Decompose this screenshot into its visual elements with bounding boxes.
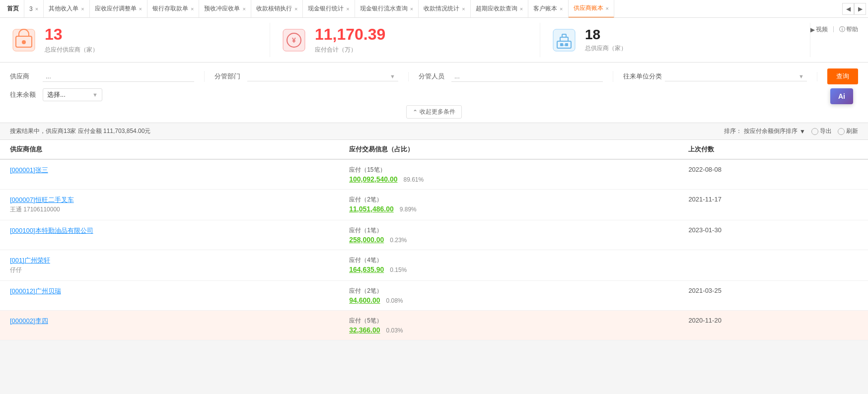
person-input[interactable]	[451, 71, 603, 82]
dept-filter-label: 分管部门	[215, 72, 244, 81]
nav-tab-cash-bank-flow-close[interactable]: ×	[410, 6, 413, 12]
table-row: [000012]广州贝瑞 应付（2笔） 94,600.00 0.08% 2021…	[0, 281, 868, 311]
nav-tab-cash-bank-flow[interactable]: 现金银行流水查询 ×	[355, 0, 419, 18]
filter-row-1: 供应商 分管部门 ▼ 分管人员 往来单位分类 ▼ 查询	[10, 68, 858, 84]
supplier-link-2[interactable]: [000100]本特勤油品有限公司	[10, 226, 349, 235]
supplier-cell-3: [001]广州荣轩 仔仔	[10, 256, 349, 274]
payable-suppliers-label: 总应付供应商（家）	[45, 46, 98, 54]
nav-tab-collect-verify-label: 收款核销执行	[256, 4, 292, 13]
tx-cell-3: 应付（4笔） 164,635.90 0.15%	[349, 256, 688, 273]
nav-tab-advance-collect[interactable]: 预收冲应收单 ×	[199, 0, 251, 18]
tx-amount-1[interactable]: 11,051,486.00	[349, 205, 394, 213]
tx-amount-4[interactable]: 94,600.00	[349, 296, 380, 304]
nav-tab-supplier-account[interactable]: 供应商账本 ×	[569, 0, 614, 18]
dept-select[interactable]: ▼	[247, 72, 399, 81]
nav-tab-overdue-collect[interactable]: 超期应收款查询 ×	[471, 0, 528, 18]
nav-tab-cash-bank-stat-close[interactable]: ×	[346, 6, 349, 12]
collapse-button[interactable]: ⌃ 收起更多条件	[406, 105, 462, 119]
supplier-link-1[interactable]: [000007]恒旺二手叉车	[10, 196, 349, 204]
nav-tab-3[interactable]: 3 ×	[24, 0, 44, 18]
nav-tab-home[interactable]: 首页	[2, 0, 24, 18]
sort-label: 排序：	[724, 127, 742, 135]
nav-next-arrow[interactable]: ▶	[854, 3, 866, 15]
balance-select[interactable]: 选择... ▼	[43, 88, 102, 101]
video-link[interactable]: ▶ 视频	[810, 25, 828, 34]
tx-row-3: 164,635.90 0.15%	[349, 264, 688, 273]
tx-row-5: 32,366.00 0.03%	[349, 325, 688, 334]
total-suppliers-count: 18	[585, 27, 627, 43]
total-supplier-icon	[550, 26, 578, 54]
result-actions: 排序： 按应付余额倒序排序 ▼ 导出 刷新	[724, 127, 858, 135]
tx-cell-1: 应付（2笔） 11,051,486.00 9.89%	[349, 196, 688, 213]
tx-percent-3: 0.15%	[390, 266, 407, 273]
tx-percent-2: 0.23%	[390, 237, 407, 244]
tx-amount-5[interactable]: 32,366.00	[349, 326, 380, 334]
refresh-button[interactable]: 刷新	[838, 127, 858, 135]
tx-percent-5: 0.03%	[386, 327, 403, 334]
nav-tab-supplier-account-close[interactable]: ×	[606, 5, 609, 11]
balance-filter-label: 往来余额	[10, 90, 40, 99]
supplier-input[interactable]	[43, 71, 194, 82]
nav-tab-advance-collect-close[interactable]: ×	[242, 6, 245, 12]
ai-badge[interactable]: Ai	[830, 88, 853, 104]
unit-category-dropdown-arrow: ▼	[798, 73, 804, 79]
tx-row-0: 100,092,540.00 89.61%	[349, 174, 688, 183]
nav-tab-cash-bank-stat[interactable]: 现金银行统计 ×	[303, 0, 355, 18]
stat-payable-suppliers-text: 13 总应付供应商（家）	[45, 26, 98, 54]
nav-tab-3-close[interactable]: ×	[35, 6, 38, 12]
export-button[interactable]: 导出	[811, 127, 832, 135]
nav-tab-customer-account[interactable]: 客户账本 ×	[528, 0, 568, 18]
supplier-link-0[interactable]: [000001]张三	[10, 166, 349, 175]
filter-area: 供应商 分管部门 ▼ 分管人员 往来单位分类 ▼ 查询	[0, 63, 868, 123]
help-link[interactable]: ⓘ 帮助	[839, 25, 858, 34]
nav-tab-collect-verify-close[interactable]: ×	[294, 6, 297, 12]
tx-amount-3[interactable]: 164,635.90	[349, 265, 384, 273]
supplier-link-3[interactable]: [001]广州荣轩	[10, 256, 349, 265]
result-bar: 搜索结果中，供应商13家 应付金额 111,703,854.00元 排序： 按应…	[0, 123, 868, 140]
tx-amount-0[interactable]: 100,092,540.00	[349, 175, 397, 183]
supplier-cell-5: [000002]李四	[10, 317, 349, 326]
divider: |	[833, 25, 834, 32]
refresh-label: 刷新	[846, 127, 858, 135]
video-icon: ▶	[810, 26, 815, 33]
table-row: [001]广州荣轩 仔仔 应付（4笔） 164,635.90 0.15%	[0, 250, 868, 281]
nav-prev-arrow[interactable]: ◀	[842, 3, 854, 15]
nav-tab-collect-stat-label: 收款情况统计	[424, 4, 459, 13]
nav-tab-payable-adjust[interactable]: 应收应付调整单 ×	[90, 0, 147, 18]
nav-tab-overdue-collect-close[interactable]: ×	[520, 6, 523, 12]
nav-tab-other-income-close[interactable]: ×	[81, 6, 84, 12]
unit-category-select[interactable]: ▼	[665, 72, 807, 81]
nav-tab-bank-deposit[interactable]: 银行存取款单 ×	[147, 0, 199, 18]
tx-label-3: 应付（4笔）	[349, 256, 688, 264]
tx-cell-4: 应付（2笔） 94,600.00 0.08%	[349, 287, 688, 304]
dept-dropdown-arrow: ▼	[390, 73, 395, 79]
stat-payable-amount-text: 11,170.39 应付合计（万）	[315, 26, 385, 54]
tx-amount-2[interactable]: 258,000.00	[349, 236, 384, 244]
last-pay-0: 2022-08-08	[688, 166, 858, 173]
payable-amount-label: 应付合计（万）	[315, 46, 385, 54]
table-row: [000002]李四 应付（5笔） 32,366.00 0.03% 2020-1…	[0, 311, 868, 340]
tx-cell-5: 应付（5笔） 32,366.00 0.03%	[349, 317, 688, 334]
nav-tab-other-income[interactable]: 其他收入单 ×	[44, 0, 89, 18]
query-button[interactable]: 查询	[827, 68, 858, 84]
table-row: [000001]张三 应付（15笔） 100,092,540.00 89.61%…	[0, 160, 868, 190]
nav-tab-payable-adjust-close[interactable]: ×	[139, 6, 142, 12]
nav-tab-home-label: 首页	[7, 4, 19, 13]
nav-tab-collect-stat-close[interactable]: ×	[462, 6, 465, 12]
nav-tab-advance-collect-label: 预收冲应收单	[204, 4, 240, 13]
nav-tab-collect-verify[interactable]: 收款核销执行 ×	[251, 0, 303, 18]
refresh-icon	[838, 128, 845, 135]
supplier-link-5[interactable]: [000002]李四	[10, 317, 349, 326]
nav-tab-bank-deposit-close[interactable]: ×	[191, 6, 194, 12]
filter-supplier: 供应商	[10, 71, 205, 82]
payable-amount-value: 11,170.39	[315, 26, 385, 43]
nav-tab-other-income-label: 其他收入单	[49, 4, 78, 13]
filter-unit-category: 往来单位分类 ▼	[623, 72, 818, 81]
video-label: 视频	[816, 25, 828, 34]
nav-tab-customer-account-close[interactable]: ×	[560, 6, 563, 12]
supplier-link-4[interactable]: [000012]广州贝瑞	[10, 287, 349, 296]
sort-value[interactable]: 按应付余额倒序排序	[744, 127, 797, 135]
filter-balance: 往来余额 选择... ▼	[10, 88, 102, 101]
table-header: 供应商信息 应付交易信息（占比） 上次付数	[0, 140, 868, 160]
nav-tab-collect-stat[interactable]: 收款情况统计 ×	[419, 0, 470, 18]
